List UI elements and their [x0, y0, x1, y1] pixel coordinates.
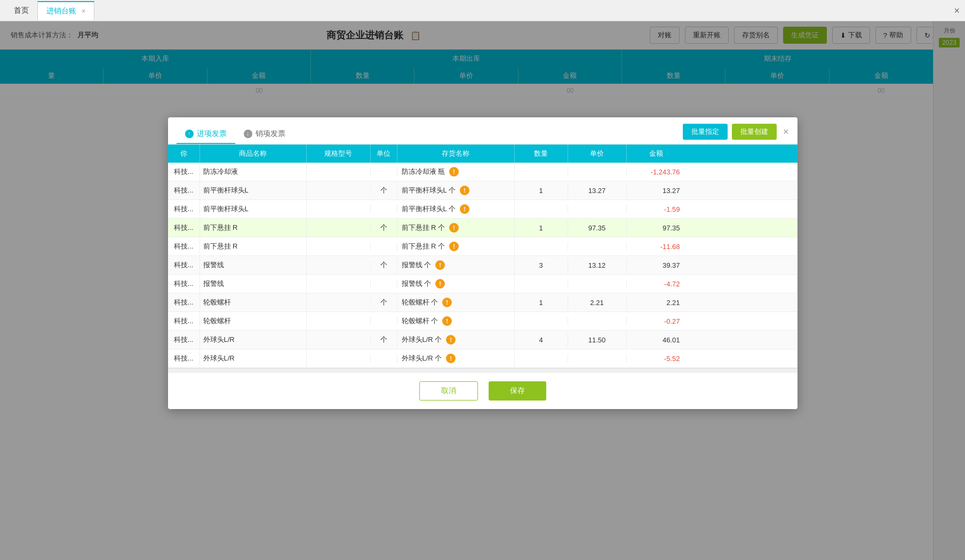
cancel-button[interactable]: 取消 — [419, 381, 478, 401]
tab-close-ledger[interactable]: × — [82, 7, 85, 15]
cell-spec — [307, 317, 371, 325]
tab-home[interactable]: 首页 — [5, 2, 37, 20]
modal-tab-in[interactable]: ↑ 进项发票 — [177, 125, 235, 144]
col-header-qty: 数量 — [515, 145, 568, 163]
warning-icon: ! — [449, 242, 459, 251]
cell-amount: -5.52 — [627, 350, 685, 367]
table-row[interactable]: 科技... 前下悬挂 R 个 前下悬挂 R 个 ! 1 97.35 97.35 — [168, 219, 797, 237]
cell-spec — [307, 261, 371, 269]
cell-price — [568, 354, 627, 363]
cell-spec — [307, 205, 371, 213]
cell-amount: -0.27 — [627, 313, 685, 330]
cell-product: 前平衡杆球头L — [200, 181, 307, 199]
cell-unit — [371, 242, 397, 251]
cell-qty: 1 — [515, 220, 568, 236]
cell-product: 报警线 — [200, 275, 307, 293]
cell-company: 科技... — [168, 163, 200, 181]
modal-header: ↑ 进项发票 ↓ 销项发票 批量指定 批量创建 × — [168, 117, 797, 145]
col-header-product: 商品名称 — [200, 145, 307, 163]
table-row[interactable]: 科技... 前平衡杆球头L 前平衡杆球头L 个 ! -1.59 — [168, 200, 797, 219]
cell-company: 科技... — [168, 256, 200, 274]
cell-spec — [307, 242, 371, 251]
cell-price — [568, 242, 627, 251]
cell-unit — [371, 354, 397, 363]
save-button[interactable]: 保存 — [489, 381, 546, 401]
cell-amount: -1,243.76 — [627, 164, 685, 180]
cell-spec — [307, 279, 371, 288]
cell-unit: 个 — [371, 331, 397, 349]
modal-table-header: 你 商品名称 规格型号 单位 存货名称 数量 单价 金额 — [168, 145, 797, 163]
table-row[interactable]: 科技... 报警线 报警线 个 ! -4.72 — [168, 275, 797, 293]
cell-stock: 报警线 个 ! — [397, 256, 515, 274]
cell-price — [568, 317, 627, 325]
cell-unit: 个 — [371, 181, 397, 199]
window-close-button[interactable]: × — [954, 5, 960, 16]
modal-close-button[interactable]: × — [783, 126, 789, 142]
table-row[interactable]: 科技... 前下悬挂 R 前下悬挂 R 个 ! -11.68 — [168, 237, 797, 256]
cell-amount: -11.68 — [627, 238, 685, 255]
cell-qty — [515, 205, 568, 213]
batch-assign-button[interactable]: 批量指定 — [683, 124, 728, 140]
cell-price: 13.27 — [568, 182, 627, 199]
cell-company: 科技... — [168, 181, 200, 199]
cell-unit — [371, 167, 397, 176]
warning-icon: ! — [460, 204, 469, 214]
cell-company: 科技... — [168, 237, 200, 255]
modal-tab-out[interactable]: ↓ 销项发票 — [235, 125, 294, 144]
cell-stock: 外球头L/R 个 ! — [397, 349, 515, 367]
warning-icon: ! — [442, 316, 452, 326]
cell-spec — [307, 223, 371, 232]
cell-stock: 前下悬挂 R 个 ! — [397, 237, 515, 255]
cell-amount: 2.21 — [627, 294, 685, 311]
cell-price — [568, 205, 627, 213]
table-row[interactable]: 科技... 轮毂螺杆 轮毂螺杆 个 ! -0.27 — [168, 312, 797, 331]
cell-qty: 1 — [515, 182, 568, 199]
cell-price: 97.35 — [568, 220, 627, 236]
table-row[interactable]: 科技... 前平衡杆球头L 个 前平衡杆球头L 个 ! 1 13.27 13.2… — [168, 181, 797, 200]
modal-horizontal-scrollbar[interactable] — [168, 368, 797, 372]
cell-amount: -1.59 — [627, 201, 685, 218]
table-row[interactable]: 科技... 外球头L/R 个 外球头L/R 个 ! 4 11.50 46.01 — [168, 331, 797, 349]
table-row[interactable]: 科技... 防冻冷却液 防冻冷却液 瓶 ! -1,243.76 — [168, 163, 797, 181]
cell-unit: 个 — [371, 256, 397, 274]
cell-price: 11.50 — [568, 332, 627, 348]
cell-unit — [371, 279, 397, 288]
tab-ledger[interactable]: 进销台账 × — [37, 1, 94, 20]
col-header-spec: 规格型号 — [307, 145, 371, 163]
cell-company: 科技... — [168, 200, 200, 218]
cell-stock: 报警线 个 ! — [397, 275, 515, 293]
table-row[interactable]: 科技... 轮毂螺杆 个 轮毂螺杆 个 ! 1 2.21 2.21 — [168, 293, 797, 312]
cell-spec — [307, 298, 371, 307]
cell-qty: 4 — [515, 332, 568, 348]
cell-spec — [307, 186, 371, 195]
cell-qty: 1 — [515, 294, 568, 311]
modal-footer: 取消 保存 — [168, 372, 797, 409]
cell-company: 科技... — [168, 349, 200, 367]
cell-product: 轮毂螺杆 — [200, 312, 307, 330]
out-invoice-icon: ↓ — [244, 130, 252, 138]
cell-amount: 39.37 — [627, 257, 685, 274]
cell-qty — [515, 354, 568, 363]
warning-icon: ! — [442, 298, 452, 307]
batch-create-button[interactable]: 批量创建 — [732, 124, 777, 140]
cell-company: 科技... — [168, 275, 200, 293]
col-header-unit: 单位 — [371, 145, 397, 163]
col-header-stock: 存货名称 — [397, 145, 515, 163]
modal-table-body: 科技... 防冻冷却液 防冻冷却液 瓶 ! -1,243.76 科技... 前平… — [168, 163, 797, 368]
cell-amount: 13.27 — [627, 182, 685, 199]
table-row[interactable]: 科技... 报警线 个 报警线 个 ! 3 13.12 39.37 — [168, 256, 797, 275]
cell-qty: 3 — [515, 257, 568, 274]
cell-unit — [371, 317, 397, 325]
cell-spec — [307, 167, 371, 176]
warning-icon: ! — [449, 223, 459, 233]
cell-price — [568, 167, 627, 176]
cell-price — [568, 279, 627, 288]
cell-stock: 轮毂螺杆 个 ! — [397, 312, 515, 330]
warning-icon: ! — [435, 279, 445, 289]
table-row[interactable]: 科技... 外球头L/R 外球头L/R 个 ! -5.52 — [168, 349, 797, 368]
cell-stock: 前下悬挂 R 个 ! — [397, 219, 515, 237]
cell-unit — [371, 205, 397, 213]
cell-price: 2.21 — [568, 294, 627, 311]
cell-unit: 个 — [371, 293, 397, 311]
cell-company: 科技... — [168, 331, 200, 349]
